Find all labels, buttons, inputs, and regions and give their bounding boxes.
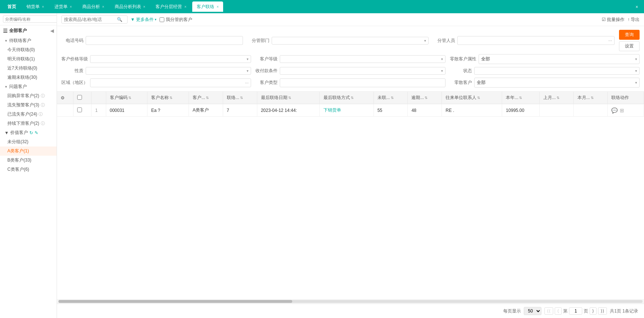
sidebar-item-churn-warning[interactable]: 流失预警客户(3) ⓘ	[0, 100, 57, 110]
price-level-select[interactable]: ▾	[90, 55, 251, 63]
sort-icon[interactable]: ⇅	[557, 96, 559, 100]
edit-icon[interactable]: ✎	[35, 130, 38, 135]
col-type[interactable]: 客户...⇅	[189, 92, 223, 104]
phone-input[interactable]	[86, 36, 243, 45]
sidebar-item-churned[interactable]: 已流失客户(24) ⓘ	[0, 110, 57, 119]
last-page-button[interactable]: ⟩⟩	[598, 307, 607, 315]
sidebar-item-repurchase-abnormal[interactable]: 回购异常客户(2) ⓘ	[0, 91, 57, 100]
close-icon[interactable]: ×	[184, 5, 186, 9]
my-customers-checkbox[interactable]: 我分管的客户	[160, 17, 192, 23]
scrollbar-thumb[interactable]	[58, 300, 292, 303]
close-icon[interactable]: ×	[217, 5, 219, 9]
more-filters-button[interactable]: ▼ 更多条件 ▾	[130, 17, 157, 23]
batch-operation-button[interactable]: ☑ 批量操作	[602, 17, 625, 23]
col-this-year[interactable]: 本年...⇅	[502, 92, 539, 104]
sort-icon[interactable]: ⇅	[591, 96, 594, 100]
link-icon[interactable]: ⊞	[620, 107, 624, 113]
message-icon[interactable]: 💬	[611, 107, 618, 113]
last-method-link[interactable]: 下销货单	[323, 107, 341, 113]
sidebar-item-a-class[interactable]: A类客户(1)	[0, 146, 57, 156]
page-number-input[interactable]	[569, 307, 582, 315]
sidebar-item-unclassified[interactable]: 未分组(32)	[0, 137, 57, 146]
sort-icon[interactable]: ⇅	[351, 96, 354, 100]
customer-level-select[interactable]: ▾	[280, 55, 445, 63]
scatter-customer-select[interactable]: 全部 ▾	[474, 78, 640, 88]
row-checkbox[interactable]	[77, 107, 82, 112]
first-page-button[interactable]: ⟨⟨	[544, 307, 553, 315]
sort-icon[interactable]: ⇅	[391, 96, 394, 100]
col-last-method[interactable]: 最后联络方式⇅	[319, 92, 373, 104]
next-page-button[interactable]: ⟩	[590, 307, 597, 315]
col-overdue[interactable]: 逾期...⇅	[408, 92, 442, 104]
close-icon[interactable]: ×	[42, 5, 44, 9]
all-customers-header[interactable]: ☰ 全部客户 ◀	[0, 25, 57, 36]
dots-icon[interactable]: ···	[608, 38, 612, 43]
payment-select[interactable]: ▾	[280, 67, 445, 75]
sidebar-item-c-class[interactable]: C类客户(6)	[0, 165, 57, 174]
chevron-down-icon: ▾	[247, 69, 248, 73]
col-settings[interactable]: ⚙	[57, 92, 74, 104]
triangle-icon: ▼	[4, 130, 9, 135]
dept-select[interactable]: ▾	[272, 37, 429, 45]
sort-icon[interactable]: ⇅	[288, 96, 291, 100]
select-all-checkbox[interactable]	[77, 95, 82, 100]
sort-icon[interactable]: ⇅	[519, 96, 522, 100]
col-last-month[interactable]: 上月...⇅	[539, 92, 573, 104]
sidebar-item-declining[interactable]: 持续下滑客户(2) ⓘ	[0, 119, 57, 128]
search-input[interactable]	[64, 17, 115, 22]
scatter-attr-select[interactable]: 全部 ▾	[479, 54, 640, 64]
close-icon[interactable]: ×	[70, 5, 72, 9]
dots-icon[interactable]: ···	[245, 80, 248, 85]
sort-icon[interactable]: ⇅	[206, 96, 209, 100]
col-contact[interactable]: 联络...⇅	[223, 92, 257, 104]
tab-product-analysis-list[interactable]: 商品分析列表 ×	[110, 1, 150, 12]
col-code[interactable]: 客户编码⇅	[106, 92, 147, 104]
horizontal-scrollbar[interactable]	[57, 299, 644, 304]
query-button[interactable]: 查询	[619, 30, 640, 40]
nature-select[interactable]: ▾	[86, 67, 251, 75]
pending-contact-group[interactable]: ▼ 待联络客户	[0, 36, 57, 45]
col-unit-contact[interactable]: 往来单位联系人⇅	[442, 92, 502, 104]
sort-icon[interactable]: ⇅	[477, 96, 480, 100]
manager-select[interactable]: ···	[457, 36, 615, 45]
col-name[interactable]: 客户名称⇅	[147, 92, 189, 104]
customer-type-input[interactable]	[280, 78, 445, 87]
tab-home[interactable]: 首页	[3, 1, 21, 12]
close-all-button[interactable]: ×	[633, 3, 641, 10]
col-last-date[interactable]: 最后联络日期⇅	[257, 92, 319, 104]
tab-customer-contact[interactable]: 客户联络 ×	[192, 1, 223, 12]
chevron-icon: ▾	[155, 18, 157, 21]
sidebar-item-7days-pending[interactable]: 近7天待联络(0)	[0, 64, 57, 73]
col-this-month[interactable]: 本月...⇅	[573, 92, 608, 104]
refresh-icon[interactable]: ↻	[29, 130, 33, 135]
tab-purchase-order[interactable]: 进货单 ×	[50, 1, 76, 12]
close-icon[interactable]: ×	[102, 5, 104, 9]
cell-checkbox[interactable]	[74, 104, 92, 117]
chevron-down-icon: ▾	[635, 69, 637, 73]
sort-icon[interactable]: ⇅	[425, 96, 427, 100]
sidebar-item-tomorrow-pending[interactable]: 明天待联络(1)	[0, 54, 57, 64]
col-not-contact[interactable]: 未联...⇅	[373, 92, 408, 104]
collapse-icon[interactable]: ◀	[50, 28, 54, 33]
region-select[interactable]: ···	[90, 78, 251, 87]
tab-sales-order[interactable]: 销货单 ×	[22, 1, 49, 12]
sort-icon[interactable]: ⇅	[128, 96, 131, 100]
export-button[interactable]: ↑ 导出	[627, 17, 640, 23]
category-search-input[interactable]	[3, 15, 57, 23]
search-icon[interactable]: 🔍	[117, 17, 122, 22]
status-select[interactable]: ▾	[474, 67, 640, 75]
prev-page-button[interactable]: ⟨	[555, 307, 562, 315]
problem-customers-group[interactable]: ▼ 问题客户	[0, 82, 57, 91]
sidebar-item-b-class[interactable]: B类客户(33)	[0, 156, 57, 165]
settings-button[interactable]: 设置	[619, 41, 640, 51]
sidebar-item-today-pending[interactable]: 今天待联络(0)	[0, 45, 57, 54]
col-checkbox[interactable]	[74, 92, 92, 104]
my-customers-check[interactable]	[160, 17, 164, 22]
close-icon[interactable]: ×	[143, 5, 146, 9]
sort-icon[interactable]: ⇅	[169, 96, 172, 100]
sort-icon[interactable]: ⇅	[240, 96, 243, 100]
page-size-select[interactable]: 50	[524, 307, 541, 315]
sidebar-item-overdue-pending[interactable]: 逾期未联络(30)	[0, 73, 57, 82]
tab-product-analysis[interactable]: 商品分析 ×	[78, 1, 109, 12]
tab-customer-segments[interactable]: 客户分层经营 ×	[151, 1, 191, 12]
